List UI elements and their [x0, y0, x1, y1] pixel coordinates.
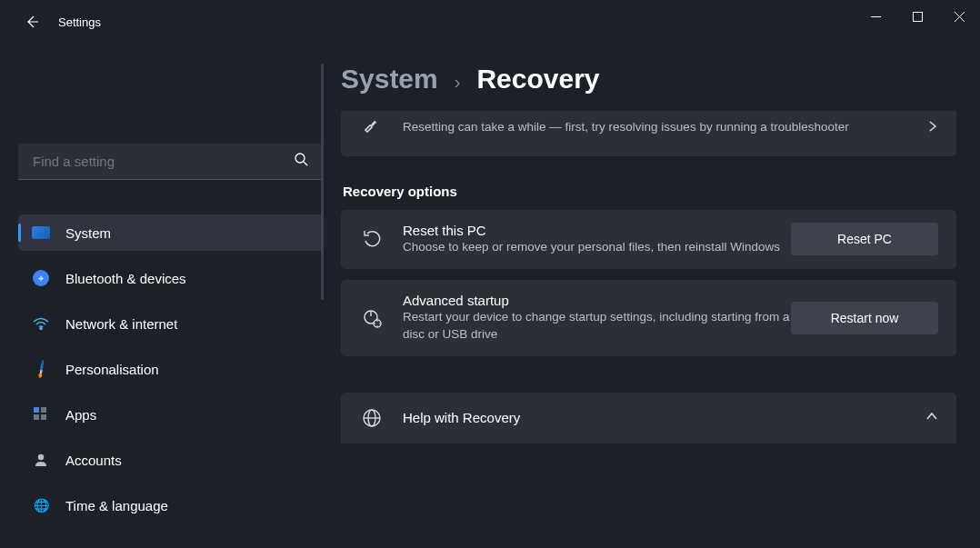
maximize-icon [913, 12, 923, 22]
sidebar: System ⌖ Bluetooth & devices Network & i… [0, 44, 341, 548]
main-content: System › Recovery Resetting can take a w… [341, 44, 980, 548]
svg-rect-10 [41, 414, 46, 420]
help-title: Help with Recovery [403, 410, 925, 425]
titlebar: Settings [0, 0, 980, 44]
restart-now-button[interactable]: Restart now [791, 302, 938, 334]
svg-rect-1 [913, 12, 922, 21]
sidebar-item-label: Bluetooth & devices [65, 271, 186, 286]
window-title: Settings [58, 15, 101, 29]
help-recovery-card[interactable]: Help with Recovery [341, 393, 956, 443]
search-icon [295, 153, 308, 170]
advanced-startup-card: Advanced startup Restart your device to … [341, 280, 956, 356]
sidebar-item-accounts[interactable]: Accounts [18, 442, 323, 478]
breadcrumb-parent[interactable]: System [341, 64, 438, 95]
sidebar-item-network[interactable]: Network & internet [18, 305, 323, 342]
sidebar-item-personalisation[interactable]: 🖌️ Personalisation [18, 351, 323, 387]
scrollbar[interactable] [321, 64, 324, 300]
advanced-desc: Restart your device to change startup se… [403, 308, 791, 344]
search-box[interactable] [18, 144, 323, 180]
search-input[interactable] [33, 154, 295, 169]
breadcrumb: System › Recovery [341, 64, 956, 95]
wrench-icon [359, 115, 385, 140]
person-icon [31, 450, 51, 470]
reset-icon [359, 226, 385, 252]
close-button[interactable] [938, 0, 980, 33]
bluetooth-icon: ⌖ [31, 268, 51, 288]
chevron-right-icon: › [455, 72, 461, 93]
chevron-right-icon [927, 119, 938, 135]
sidebar-item-label: Network & internet [65, 316, 177, 332]
sidebar-item-label: Apps [65, 407, 96, 423]
minimize-icon [871, 12, 881, 22]
sidebar-item-system[interactable]: System [18, 214, 323, 251]
troubleshoot-card[interactable]: Resetting can take a while — first, try … [341, 111, 956, 156]
globe-clock-icon: 🌐 [31, 495, 51, 515]
reset-title: Reset this PC [403, 223, 791, 238]
back-arrow-icon [25, 15, 39, 29]
sidebar-item-apps[interactable]: Apps [18, 396, 323, 433]
svg-rect-7 [34, 407, 39, 413]
sidebar-item-label: Personalisation [65, 362, 159, 377]
svg-point-6 [40, 328, 42, 330]
nav-list: System ⌖ Bluetooth & devices Network & i… [18, 214, 323, 523]
troubleshoot-desc: Resetting can take a while — first, try … [403, 118, 927, 136]
sidebar-item-bluetooth[interactable]: ⌖ Bluetooth & devices [18, 260, 323, 296]
back-button[interactable] [18, 8, 45, 35]
close-icon [955, 12, 965, 22]
sidebar-item-label: Accounts [65, 453, 122, 468]
svg-point-4 [295, 154, 305, 163]
apps-icon [31, 404, 51, 424]
wifi-icon [31, 314, 51, 334]
sidebar-item-label: Time & language [65, 498, 168, 513]
sidebar-item-time-language[interactable]: 🌐 Time & language [18, 487, 323, 523]
paintbrush-icon: 🖌️ [27, 355, 55, 384]
svg-rect-8 [41, 407, 46, 413]
power-gear-icon [359, 305, 385, 331]
globe-icon [359, 405, 385, 431]
reset-pc-card: Reset this PC Choose to keep or remove y… [341, 210, 956, 269]
svg-rect-9 [34, 414, 39, 420]
chevron-up-icon [925, 410, 938, 426]
minimize-button[interactable] [855, 0, 896, 33]
reset-desc: Choose to keep or remove your personal f… [403, 238, 791, 256]
sidebar-item-label: System [65, 225, 111, 241]
breadcrumb-current: Recovery [476, 64, 599, 95]
svg-line-5 [304, 162, 307, 165]
section-title: Recovery options [343, 184, 956, 199]
reset-pc-button[interactable]: Reset PC [791, 223, 938, 255]
system-icon [31, 223, 51, 243]
svg-point-11 [38, 454, 44, 460]
maximize-button[interactable] [896, 0, 938, 33]
advanced-title: Advanced startup [403, 293, 791, 308]
